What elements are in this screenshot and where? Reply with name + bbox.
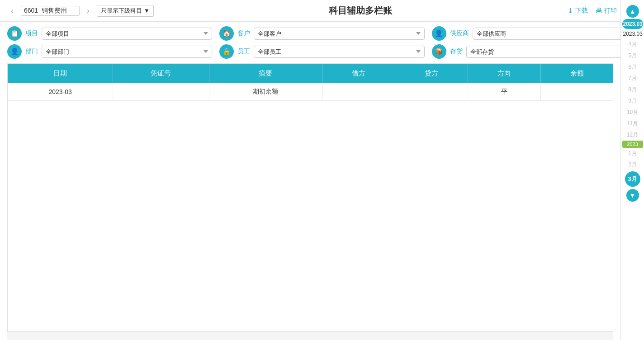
supplier-icon: 👤 xyxy=(432,26,446,41)
filter-row-department: 👤 部门 全部部门 xyxy=(7,44,212,59)
project-select[interactable]: 全部项目 xyxy=(42,28,212,40)
print-label: 打印 xyxy=(604,7,617,15)
col-voucher: 凭证号 xyxy=(113,64,209,83)
customer-select[interactable]: 全部客户 xyxy=(254,28,424,40)
sidebar-period-item[interactable]: 11月 xyxy=(622,118,643,129)
department-select[interactable]: 全部部门 xyxy=(42,46,212,58)
col-debit: 借方 xyxy=(322,64,395,83)
next-btn[interactable]: › xyxy=(83,6,93,16)
col-balance: 余额 xyxy=(541,64,613,83)
table-header-row: 日期 凭证号 摘要 借方 贷方 方向 余额 xyxy=(8,64,613,83)
sidebar-period-item[interactable]: 5月 xyxy=(622,50,643,61)
project-label: 项目 xyxy=(25,29,38,38)
table-row: 2023-03 期初余额 平 xyxy=(8,83,613,101)
cell-direction: 平 xyxy=(468,83,541,101)
cell-debit xyxy=(322,83,395,101)
print-icon: 🖶 xyxy=(595,7,602,15)
project-icon: 📋 xyxy=(7,26,22,41)
sidebar-period-item[interactable]: 3月 xyxy=(625,171,640,187)
download-button[interactable]: ⤓ 下载 xyxy=(568,6,588,15)
customer-icon: 🏠 xyxy=(219,26,234,41)
inventory-icon: 📦 xyxy=(432,44,446,59)
department-icon: 👤 xyxy=(7,44,22,59)
col-credit: 贷方 xyxy=(395,64,468,83)
col-date: 日期 xyxy=(8,64,113,83)
sidebar-period-item[interactable]: 1月 xyxy=(622,148,643,159)
main-container: ‹ › 只显示下级科目 ▼ 科目辅助多栏账 ⤓ 下载 🖶 打印 × 📋 项目 xyxy=(0,0,644,340)
sidebar-period-item[interactable]: 6月 xyxy=(622,61,643,73)
col-direction: 方向 xyxy=(468,64,541,83)
filter-row-employee: 🔒 员工 全部员工 xyxy=(219,44,424,59)
sidebar-period-item[interactable]: 7月 xyxy=(622,73,643,84)
account-code xyxy=(21,6,80,16)
ledger-table: 日期 凭证号 摘要 借方 贷方 方向 余额 2023-03 期初余额 平 xyxy=(8,64,613,101)
employee-label: 员工 xyxy=(237,47,250,56)
sidebar-period-item[interactable]: 2023.03 xyxy=(622,19,643,29)
sidebar-period-item[interactable]: 2月 xyxy=(622,159,643,170)
sidebar-period-item[interactable]: 8月 xyxy=(622,84,643,95)
download-icon: ⤓ xyxy=(568,6,573,15)
page-title: 科目辅助多栏账 xyxy=(157,5,564,17)
filter-row-supplier: 👤 供应商 全部供应商 xyxy=(432,26,637,41)
top-bar: ‹ › 只显示下级科目 ▼ 科目辅助多栏账 ⤓ 下载 🖶 打印 × xyxy=(0,0,644,22)
department-label: 部门 xyxy=(25,47,38,56)
prev-btn[interactable]: ‹ xyxy=(7,6,17,16)
sidebar-period-item[interactable]: 2023.03 xyxy=(622,29,643,39)
sidebar-period-item[interactable]: 9月 xyxy=(622,95,643,107)
col-summary: 摘要 xyxy=(209,64,322,83)
filter-row-customer: 🏠 客户 全部客户 xyxy=(219,26,424,41)
print-button[interactable]: 🖶 打印 xyxy=(595,7,617,15)
employee-icon: 🔒 xyxy=(219,44,234,59)
account-input[interactable] xyxy=(21,6,80,16)
customer-label: 客户 xyxy=(237,29,250,38)
filter-dropdown[interactable]: 只显示下级科目 ▼ xyxy=(97,5,154,17)
right-sidebar: ▲ 2023.032023.034月5月6月7月8月9月10月11月12月202… xyxy=(620,0,644,340)
table-wrap: 日期 凭证号 摘要 借方 贷方 方向 余额 2023-03 期初余额 平 xyxy=(7,63,613,332)
supplier-label: 供应商 xyxy=(450,29,469,38)
inventory-label: 存货 xyxy=(450,47,463,56)
filter-area: 📋 项目 全部项目 🏠 客户 全部客户 👤 供应商 全部供应商 👤 部门 全 xyxy=(0,22,644,63)
employee-select[interactable]: 全部员工 xyxy=(254,46,424,58)
sidebar-period-item[interactable]: 2023 xyxy=(622,141,643,148)
cell-date: 2023-03 xyxy=(8,83,113,101)
cell-balance xyxy=(541,83,613,101)
bottom-scrollbar[interactable] xyxy=(7,332,613,340)
download-label: 下载 xyxy=(575,7,588,15)
action-btns: ⤓ 下载 🖶 打印 xyxy=(568,6,617,15)
filter-dropdown-label: 只显示下级科目 xyxy=(101,7,142,15)
filter-row-inventory: 📦 存货 全部存货 xyxy=(432,44,637,59)
sidebar-up-button[interactable]: ▲ xyxy=(626,5,639,18)
chevron-down-icon: ▼ xyxy=(144,7,150,14)
sidebar-period-item[interactable]: 4月 xyxy=(622,39,643,50)
sidebar-period-item[interactable]: 10月 xyxy=(622,107,643,118)
sidebar-down-button[interactable]: ▼ xyxy=(626,189,639,202)
supplier-select[interactable]: 全部供应商 xyxy=(473,28,637,40)
cell-summary: 期初余额 xyxy=(209,83,322,101)
filter-row-project: 📋 项目 全部项目 xyxy=(7,26,212,41)
inventory-select[interactable]: 全部存货 xyxy=(466,46,637,58)
cell-voucher xyxy=(113,83,209,101)
sidebar-period-item[interactable]: 12月 xyxy=(622,129,643,141)
cell-credit xyxy=(395,83,468,101)
